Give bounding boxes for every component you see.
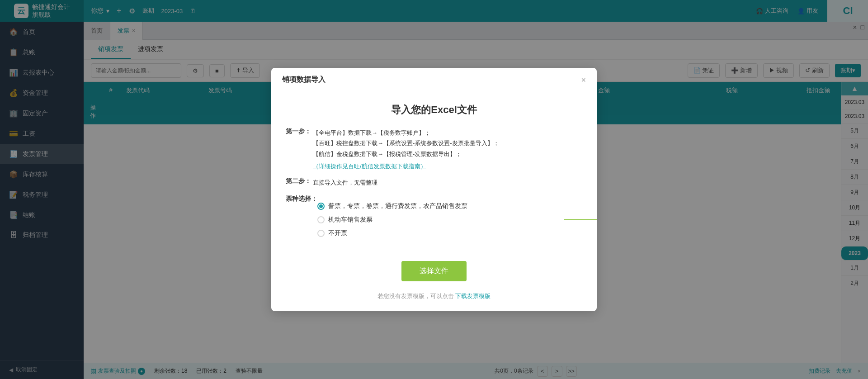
step2-label: 第二步：: [286, 177, 313, 188]
modal-overlay: 销项数据导入 × 导入您的Excel文件 第一步： 【全电平台】数据下载→【税务…: [0, 0, 868, 379]
step1-guide-link[interactable]: （详细操作见百旺/航信发票数据下载指南）: [313, 163, 426, 170]
step1-line2: 【百旺】税控盘数据下载→【系统设置-系统参数设置-发票批量导入】；: [313, 138, 582, 148]
modal-dialog: 销项数据导入 × 导入您的Excel文件 第一步： 【全电平台】数据下载→【税务…: [271, 68, 597, 311]
step1-row: 第一步： 【全电平台】数据下载→【税务数字账户】； 【百旺】税控盘数据下载→【系…: [286, 128, 582, 172]
step1-link: （详细操作见百旺/航信发票数据下载指南）: [313, 161, 582, 171]
step2-row: 第二步： 直接导入文件，无需整理: [286, 177, 582, 188]
radio-opt2[interactable]: 机动车销售发票 现在支持的票种多了，导入发票时别忘了选择正确的发票类型呀! ×: [317, 216, 582, 224]
radio-opt3[interactable]: 不开票: [317, 229, 582, 237]
modal-header: 销项数据导入 ×: [271, 68, 597, 92]
modal-title: 销项数据导入: [282, 75, 326, 85]
select-file-btn[interactable]: 选择文件: [401, 261, 467, 281]
download-template-link[interactable]: 下载发票模版: [455, 293, 491, 299]
step1-content: 【全电平台】数据下载→【税务数字账户】； 【百旺】税控盘数据下载→【系统设置-系…: [313, 128, 582, 172]
modal-close-btn[interactable]: ×: [581, 76, 586, 84]
radio-circle-3: [317, 230, 325, 237]
radio-opt1[interactable]: 普票，专票，卷票，通行费发票，农产品销售发票: [317, 202, 582, 210]
step2-content: 直接导入文件，无需整理: [313, 177, 582, 188]
radio-circle-1: [317, 203, 325, 210]
modal-footer-text: 若您没有发票模版，可以点击 下载发票模版: [286, 292, 582, 300]
radio-group: 普票，专票，卷票，通行费发票，农产品销售发票 机动车销售发票 现在支持的票种多了…: [317, 202, 582, 243]
step1-line3: 【航信】金税盘数据下载→【报税管理-发票数据导出】；: [313, 149, 582, 159]
step1-line1: 【全电平台】数据下载→【税务数字账户】；: [313, 128, 582, 138]
modal-main-title: 导入您的Excel文件: [286, 103, 582, 117]
radio-circle-2: [317, 216, 325, 223]
tooltip-line: [564, 219, 597, 220]
ticket-selection-row: 票种选择： 普票，专票，卷票，通行费发票，农产品销售发票 机动车销售发票: [286, 195, 582, 250]
step1-label: 第一步：: [286, 128, 313, 172]
modal-body: 导入您的Excel文件 第一步： 【全电平台】数据下载→【税务数字账户】； 【百…: [271, 92, 597, 311]
ticket-label: 票种选择：: [286, 195, 317, 203]
